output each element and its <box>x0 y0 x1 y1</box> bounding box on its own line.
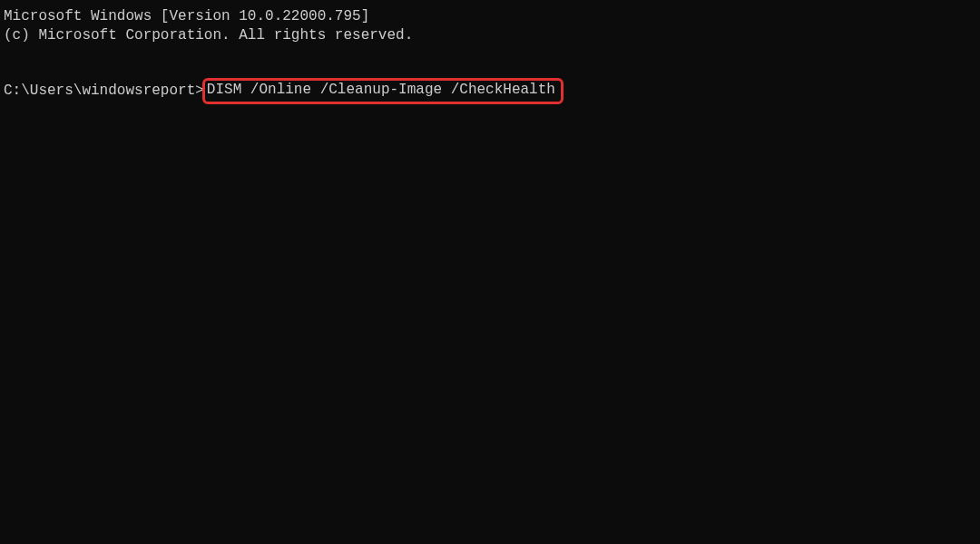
command-text: DISM /Online /Cleanup-Image /CheckHealth <box>207 82 555 98</box>
terminal-header-copyright: (c) Microsoft Corporation. All rights re… <box>4 26 976 45</box>
blank-line <box>4 45 976 64</box>
prompt-path: C:\Users\windowsreport> <box>4 82 204 101</box>
command-prompt-line[interactable]: C:\Users\windowsreport>DISM /Online /Cle… <box>4 78 976 104</box>
terminal-header-version: Microsoft Windows [Version 10.0.22000.79… <box>4 7 976 26</box>
command-highlight-box: DISM /Online /Cleanup-Image /CheckHealth <box>202 78 564 104</box>
